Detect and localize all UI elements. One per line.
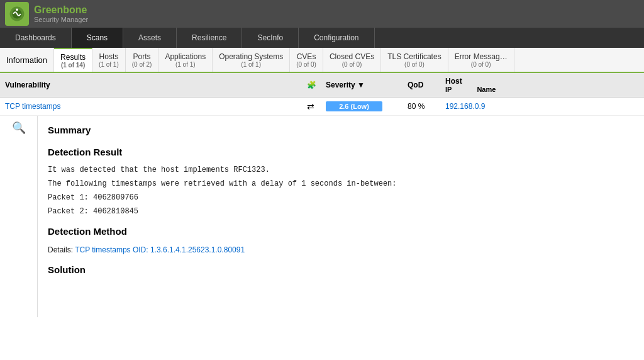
detection-heading: Detection Result <box>48 145 634 160</box>
tab-hosts[interactable]: Hosts (1 of 1) <box>92 48 126 72</box>
detection-text-4: Packet 2: 4062810845 <box>48 206 634 217</box>
detail-gutter: 🔍 <box>0 116 38 317</box>
header-host-name: Name <box>477 86 496 93</box>
detail-panel: 🔍 Summary Detection Result It was detect… <box>0 116 644 317</box>
app-subtitle: Security Manager <box>34 16 88 23</box>
tab-results[interactable]: Results (1 of 14) <box>54 48 92 72</box>
nav-dashboards[interactable]: Dashboards <box>0 28 72 48</box>
logo-area: Greenbone Security Manager <box>5 2 88 26</box>
app-name: Greenbone <box>34 4 88 16</box>
detection-text-2: The following timestamps were retrieved … <box>48 178 634 189</box>
results-table: Vulnerability 🧩 Severity ▼ QoD Host IP N… <box>0 73 644 116</box>
puzzle-icon: 🧩 <box>307 81 316 89</box>
row-arrows-icon: ⇄ <box>307 101 326 111</box>
compare-arrows-icon: ⇄ <box>307 101 314 111</box>
oid-link[interactable]: TCP timestamps OID: 1.3.6.1.4.1.25623.1.… <box>75 245 245 254</box>
table-header-row: Vulnerability 🧩 Severity ▼ QoD Host IP N… <box>0 73 644 98</box>
host-cell: 192.168.0.9 <box>445 102 639 111</box>
severity-cell: 2.6 (Low) <box>326 101 408 111</box>
nav-secinfo[interactable]: SecInfo <box>242 28 299 48</box>
tab-cves[interactable]: CVEs (0 of 0) <box>290 48 323 72</box>
host-ip-link[interactable]: 192.168.0.9 <box>445 102 485 111</box>
header-severity[interactable]: Severity ▼ <box>326 81 408 89</box>
nav-resilience[interactable]: Resilience <box>177 28 242 48</box>
header-host-ip: IP <box>445 86 452 93</box>
tab-operating-systems[interactable]: Operating Systems (1 of 1) <box>213 48 290 72</box>
qod-cell: 80 % <box>408 102 445 111</box>
nav-configuration[interactable]: Configuration <box>299 28 374 48</box>
method-heading: Detection Method <box>48 225 634 239</box>
tab-tls-certificates[interactable]: TLS Certificates (0 of 0) <box>381 48 448 72</box>
severity-badge: 2.6 (Low) <box>326 101 382 111</box>
app-header: Greenbone Security Manager <box>0 0 644 28</box>
nav-assets[interactable]: Assets <box>123 28 177 48</box>
tab-ports[interactable]: Ports (0 of 2) <box>126 48 159 72</box>
tab-information[interactable]: Information <box>0 48 54 72</box>
nav-bar: Dashboards Scans Assets Resilience SecIn… <box>0 28 644 48</box>
header-vulnerability: Vulnerability <box>5 81 307 89</box>
logo-text: Greenbone Security Manager <box>34 4 88 23</box>
header-plugin-icon: 🧩 <box>307 81 326 89</box>
vulnerability-link[interactable]: TCP timestamps <box>5 102 60 111</box>
method-details: Details: TCP timestamps OID: 1.3.6.1.4.1… <box>48 244 634 256</box>
tab-applications[interactable]: Applications (1 of 1) <box>158 48 213 72</box>
detail-content: Summary Detection Result It was detected… <box>38 116 644 317</box>
tab-closed-cves[interactable]: Closed CVEs (0 of 0) <box>323 48 381 72</box>
header-qod: QoD <box>408 81 445 89</box>
solution-heading: Solution <box>48 263 634 278</box>
summary-heading: Summary <box>48 123 634 138</box>
header-host: Host IP Name <box>445 77 639 93</box>
magnify-icon[interactable]: 🔍 <box>12 121 26 135</box>
detection-text-1: It was detected that the host implements… <box>48 164 634 176</box>
detection-text-3: Packet 1: 4062809766 <box>48 192 634 203</box>
tabs-row: Information Results (1 of 14) Hosts (1 o… <box>0 48 644 73</box>
vulnerability-name[interactable]: TCP timestamps <box>5 102 307 111</box>
svg-point-3 <box>16 8 18 11</box>
greenbone-logo-icon <box>5 2 29 26</box>
table-row: TCP timestamps ⇄ 2.6 (Low) 80 % 192.168.… <box>0 98 644 116</box>
nav-scans[interactable]: Scans <box>72 28 123 48</box>
tab-error-messages[interactable]: Error Messag… (0 of 0) <box>448 48 514 72</box>
